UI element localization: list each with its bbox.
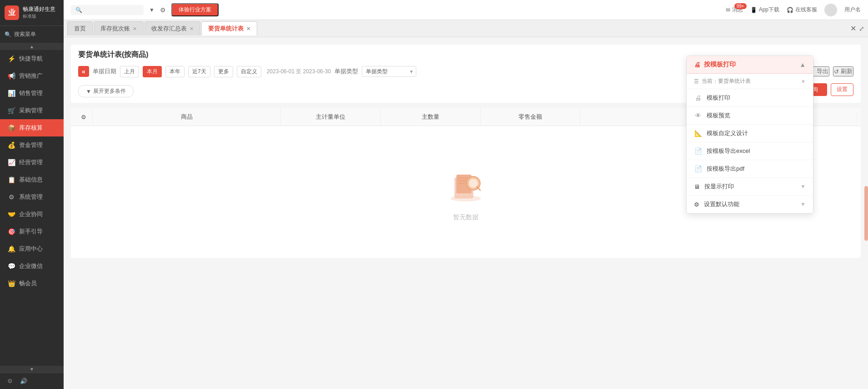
avatar[interactable]	[824, 4, 837, 16]
topbar-search[interactable]: 🔍	[71, 5, 144, 15]
tab-order-stats-label: 要货单统计表	[208, 25, 244, 33]
th-retail: 零售金额	[481, 108, 581, 126]
sidebar-item-marketing[interactable]: 📢 营销推广	[0, 67, 64, 85]
online-service-label: 在线客服	[795, 6, 817, 14]
tab-collection[interactable]: 收发存汇总表 ✕	[145, 21, 200, 35]
topbar-right: ✉ 消息 99+ 📱 App下载 🎧 在线客服 用户名	[726, 4, 861, 16]
sales-icon: 📊	[7, 90, 15, 97]
template-print-label: 模板打印	[707, 94, 730, 102]
tabbar-right: ✕ ⤢	[850, 24, 864, 33]
menu-default-func[interactable]: ⚙ 设置默认功能 ▼	[687, 196, 813, 213]
print-dropdown-menu: 🖨 按模板打印 ▲ ☰ 当前：要货单统计表 ▼ 🖨 模板打印 👁 模板预览	[686, 56, 813, 214]
sidebar-item-label: 系统管理	[19, 193, 43, 201]
menu-template-print[interactable]: 🖨 模板打印	[687, 89, 813, 107]
tab-home-label: 首页	[74, 25, 86, 33]
date-filter-label: 单据日期	[93, 67, 116, 76]
dropdown-title: 🖨 按模板打印	[694, 61, 736, 69]
th-unit: 主计量单位	[281, 108, 381, 126]
sidebar-item-system[interactable]: ⚙ 系统管理	[0, 188, 64, 206]
sidebar-item-label: 营销推广	[19, 72, 43, 80]
date-custom[interactable]: 自定义	[237, 66, 261, 77]
tab-home[interactable]: 首页	[67, 21, 93, 35]
menu-template-design[interactable]: 📐 模板自定义设计	[687, 125, 813, 142]
sidebar-item-cooperation[interactable]: 🤝 企业协同	[0, 206, 64, 223]
tab-order-stats-close[interactable]: ✕	[246, 26, 250, 32]
app-download-label: App下载	[759, 6, 779, 14]
template-excel-icon: 📄	[694, 147, 702, 155]
settings-icon[interactable]: ⚙	[7, 378, 13, 384]
sidebar-item-inventory[interactable]: 📦 库存核算	[0, 119, 64, 136]
th-settings[interactable]: ⚙	[75, 109, 93, 125]
topbar-settings-icon[interactable]: ⚙	[160, 6, 166, 14]
menu-template-excel[interactable]: 📄 按模板导出excel	[687, 142, 813, 160]
main-area: 🔍 ▼ ⚙ 体验行业方案 ✉ 消息 99+ 📱 App下载 🎧 在线客服 用户名	[64, 0, 868, 389]
date-this-month[interactable]: 本月	[143, 66, 162, 77]
svg-rect-6	[458, 177, 468, 179]
sidebar-item-purchase[interactable]: 🛒 采购管理	[0, 102, 64, 119]
inventory-icon: 📦	[7, 124, 15, 131]
menu-template-preview[interactable]: 👁 模板预览	[687, 107, 813, 125]
date-last-month[interactable]: 上月	[120, 66, 139, 77]
sound-icon[interactable]: 🔊	[20, 378, 27, 384]
sidebar-item-finance[interactable]: 💰 资金管理	[0, 136, 64, 154]
app-version: 标准版	[23, 13, 55, 20]
refresh-button[interactable]: ↺ 刷新	[833, 66, 853, 76]
expand-conditions-btn[interactable]: ▼ 展开更多条件	[78, 85, 134, 97]
trial-button[interactable]: 体验行业方案	[171, 3, 219, 16]
menu-template-pdf[interactable]: 📄 按模板导出pdf	[687, 160, 813, 178]
dropdown-current[interactable]: ☰ 当前：要货单统计表 ▼	[687, 74, 813, 89]
online-service-button[interactable]: 🎧 在线客服	[787, 6, 817, 14]
display-print-icon: 🖥	[694, 183, 700, 190]
dropdown-print-icon: 🖨	[694, 61, 700, 68]
tab-order-stats[interactable]: 要货单统计表 ✕	[201, 21, 257, 35]
tab-batch-close[interactable]: ✕	[133, 26, 137, 32]
sidebar-item-appstore[interactable]: 🔔 应用中心	[0, 240, 64, 258]
type-select-wrapper: 单据类型	[362, 66, 416, 77]
sidebar-item-member[interactable]: 👑 畅会员	[0, 275, 64, 292]
th-product: 商品	[93, 108, 281, 126]
sidebar-item-operation[interactable]: 📈 经营管理	[0, 154, 64, 171]
default-func-label: 设置默认功能	[704, 200, 739, 208]
sidebar-scroll-up[interactable]: ▲	[0, 43, 64, 50]
sidebar-item-label: 应用中心	[19, 245, 43, 253]
date-this-year[interactable]: 本年	[165, 66, 185, 77]
sidebar-item-basic[interactable]: 📋 基础信息	[0, 171, 64, 188]
tabbar-expand-icon[interactable]: ⤢	[859, 25, 864, 32]
sidebar-footer: ⚙ 🔊	[0, 373, 64, 389]
service-icon: 🎧	[787, 7, 793, 13]
sidebar-item-sales[interactable]: 📊 销售管理	[0, 85, 64, 102]
tab-collection-close[interactable]: ✕	[190, 26, 194, 32]
sidebar-item-guide[interactable]: 🎯 新手引导	[0, 223, 64, 240]
message-button[interactable]: ✉ 消息 99+	[726, 6, 743, 14]
expand-icon: ▼	[86, 88, 91, 95]
member-icon: 👑	[7, 280, 15, 287]
expand-label: 展开更多条件	[93, 87, 126, 95]
tabbar-close-icon[interactable]: ✕	[850, 24, 856, 33]
display-print-label: 按显示打印	[704, 182, 734, 191]
dropdown-title-label: 按模板打印	[704, 61, 736, 69]
toolbar-expand-btn[interactable]: «	[78, 66, 89, 77]
sidebar-nav: ⚡ 快捷导航 📢 营销推广 📊 销售管理 🛒 采购管理 📦 库存核算 💰 资金管…	[0, 50, 64, 366]
sidebar-item-label: 基础信息	[19, 176, 43, 184]
type-select[interactable]: 单据类型	[362, 66, 416, 77]
message-icon: ✉	[726, 7, 730, 13]
settings-button[interactable]: 设置	[831, 83, 853, 96]
sidebar-item-wechat[interactable]: 💬 企业微信	[0, 258, 64, 275]
sidebar: 业 畅康通好生意 标准版 🔍 搜索菜单 ▲ ⚡ 快捷导航 📢 营销推广 📊 销售…	[0, 0, 64, 389]
sidebar-search[interactable]: 🔍 搜索菜单	[0, 26, 64, 43]
app-download-button[interactable]: 📱 App下载	[750, 6, 779, 14]
dropdown-collapse-btn[interactable]: ▲	[799, 61, 806, 68]
date-7days[interactable]: 近7天	[188, 66, 210, 77]
date-more[interactable]: 更多	[214, 66, 233, 77]
sidebar-item-quicknav[interactable]: ⚡ 快捷导航	[0, 50, 64, 67]
cooperation-icon: 🤝	[7, 211, 15, 218]
refresh-icon: ↺	[834, 68, 839, 75]
tab-batch-label: 库存批次账	[100, 25, 130, 33]
menu-display-print[interactable]: 🖥 按显示打印 ▼	[687, 178, 813, 196]
sidebar-item-label: 畅会员	[19, 279, 37, 288]
right-scrollbar[interactable]	[864, 186, 868, 241]
sidebar-scroll-down[interactable]: ▼	[0, 366, 64, 373]
default-func-left: ⚙ 设置默认功能	[694, 200, 739, 208]
tab-batch[interactable]: 库存批次账 ✕	[94, 21, 144, 35]
topbar-dropdown[interactable]: ▼	[149, 7, 155, 13]
